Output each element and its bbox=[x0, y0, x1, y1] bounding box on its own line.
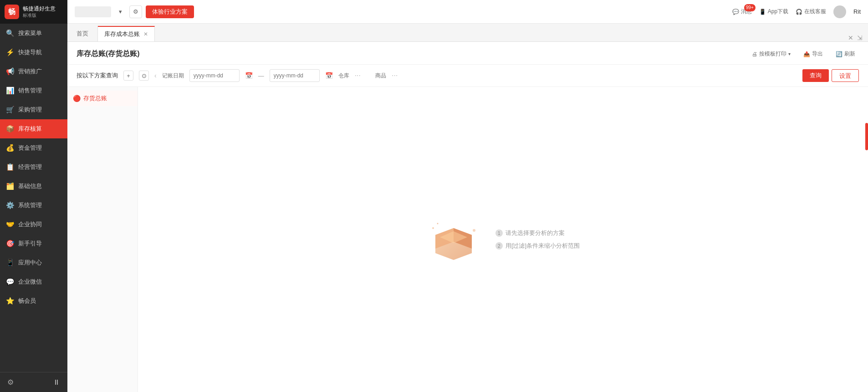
filter-right-actions: 查询 设置 bbox=[802, 69, 859, 82]
sidebar-item-app-center[interactable]: 📱 应用中心 bbox=[0, 253, 67, 272]
tab-home[interactable]: 首页 bbox=[67, 26, 98, 41]
sidebar-item-purchase[interactable]: 🛒 采购管理 bbox=[0, 100, 67, 119]
quick-nav-label: 快捷导航 bbox=[18, 48, 42, 56]
refresh-btn[interactable]: 🔄 刷新 bbox=[832, 48, 859, 60]
online-support-btn[interactable]: 🎧 在线客服 bbox=[796, 8, 826, 15]
export-label: 导出 bbox=[812, 50, 823, 58]
calendar-end-icon[interactable]: 📅 bbox=[325, 72, 333, 79]
goods-label: 商品 bbox=[375, 72, 386, 80]
user-avatar[interactable] bbox=[833, 5, 846, 18]
sidebar-menu: 🔍 搜索菜单 ⚡ 快捷导航 📢 营销推广 📊 销售管理 🛒 采购管理 📦 库存核… bbox=[0, 24, 67, 372]
inventory-icon: 📦 bbox=[5, 124, 15, 133]
tabbar: 首页库存成本总账✕ ✕ ⇲ bbox=[67, 24, 868, 42]
filter-collapse-arrow[interactable]: ‹ bbox=[154, 72, 157, 79]
sales-label: 销售管理 bbox=[18, 87, 42, 95]
query-btn[interactable]: 查询 bbox=[802, 69, 829, 82]
sidebar-item-system[interactable]: ⚙️ 系统管理 bbox=[0, 196, 67, 215]
topbar-settings-btn[interactable]: ⚙ bbox=[129, 5, 142, 18]
quick-nav-icon: ⚡ bbox=[5, 48, 15, 57]
sidebar-item-marketing[interactable]: 📢 营销推广 bbox=[0, 62, 67, 81]
operation-label: 经营管理 bbox=[18, 163, 42, 171]
settings-btn[interactable]: 设置 bbox=[832, 69, 859, 82]
scheme-sidebar: 🔴 存货总账 bbox=[67, 87, 138, 392]
page-title: 库存总账(存货总账) bbox=[77, 49, 140, 59]
sidebar-item-search-menu[interactable]: 🔍 搜索菜单 bbox=[0, 24, 67, 43]
topbar: ▾ ⚙ 体验行业方案 💬 消息 99+ 📱 App下载 🎧 在线客服 Rit bbox=[67, 0, 868, 24]
guide-icon: 🎯 bbox=[5, 239, 15, 248]
topbar-dropdown-icon[interactable]: ▾ bbox=[115, 6, 126, 17]
app-sub: 标准版 bbox=[23, 12, 56, 19]
export-icon: 📤 bbox=[803, 51, 810, 57]
date-start-input[interactable] bbox=[189, 69, 240, 82]
scheme-item-inventory[interactable]: 🔴 存货总账 bbox=[67, 91, 138, 106]
filter-add-btn[interactable]: + bbox=[123, 71, 133, 81]
tab-expand-icon[interactable]: ⇲ bbox=[857, 34, 863, 41]
tab-close-all-icon[interactable]: ✕ bbox=[848, 34, 853, 41]
print-label: 按模板打印 bbox=[759, 50, 786, 58]
inventory-label: 库存核算 bbox=[18, 125, 42, 133]
finance-icon: 💰 bbox=[5, 143, 15, 153]
sidebar-item-guide[interactable]: 🎯 新手引导 bbox=[0, 234, 67, 253]
app-center-icon: 📱 bbox=[5, 258, 15, 267]
collapse-icon[interactable]: ⏸ bbox=[53, 378, 60, 387]
sidebar-item-finance[interactable]: 💰 资金管理 bbox=[0, 138, 67, 158]
content-area: 库存总账(存货总账) 🖨 按模板打印 ▾ 📤 导出 🔄 刷新 bbox=[67, 42, 868, 392]
sidebar-item-quick-nav[interactable]: ⚡ 快捷导航 bbox=[0, 43, 67, 62]
empty-state: 1 请先选择要分析的方案 2 用[过滤]条件来缩小分析范围 bbox=[138, 87, 868, 392]
settings-icon[interactable]: ⚙ bbox=[7, 378, 14, 387]
svg-point-6 bbox=[437, 223, 438, 224]
page-actions: 🖨 按模板打印 ▾ 📤 导出 🔄 刷新 bbox=[748, 48, 859, 60]
headset-icon: 🎧 bbox=[796, 9, 802, 15]
topbar-placeholder bbox=[75, 6, 111, 17]
sidebar-item-basic[interactable]: 🗂️ 基础信息 bbox=[0, 177, 67, 196]
tab-close-inventory-ledger[interactable]: ✕ bbox=[143, 31, 148, 37]
search-menu-label: 搜索菜单 bbox=[18, 29, 42, 37]
industry-btn[interactable]: 体验行业方案 bbox=[146, 5, 194, 18]
system-icon: ⚙️ bbox=[5, 201, 15, 210]
online-support-label: 在线客服 bbox=[804, 8, 826, 15]
sidebar-item-sales[interactable]: 📊 销售管理 bbox=[0, 81, 67, 100]
date-end-input[interactable] bbox=[270, 69, 320, 82]
sales-icon: 📊 bbox=[5, 86, 15, 95]
topbar-right: 💬 消息 99+ 📱 App下载 🎧 在线客服 Rit bbox=[732, 5, 861, 18]
calendar-start-icon[interactable]: 📅 bbox=[245, 72, 253, 79]
export-btn[interactable]: 📤 导出 bbox=[800, 48, 827, 60]
member-icon: ⭐ bbox=[5, 296, 15, 305]
warehouse-more-btn[interactable]: ··· bbox=[355, 71, 361, 80]
finance-label: 资金管理 bbox=[18, 144, 42, 152]
tab-inventory-ledger[interactable]: 库存成本总账✕ bbox=[98, 26, 155, 41]
wechat-icon: 💬 bbox=[5, 277, 15, 286]
empty-illustration bbox=[426, 212, 481, 267]
filter-collapse-btn[interactable]: ⊙ bbox=[139, 71, 149, 81]
refresh-icon: 🔄 bbox=[836, 51, 842, 57]
sidebar-item-cooperation[interactable]: 🤝 企业协同 bbox=[0, 215, 67, 234]
marketing-icon: 📢 bbox=[5, 67, 15, 76]
sidebar-item-member[interactable]: ⭐ 畅会员 bbox=[0, 291, 67, 311]
cooperation-icon: 🤝 bbox=[5, 220, 15, 229]
scroll-indicator bbox=[865, 123, 868, 150]
message-btn[interactable]: 💬 消息 99+ bbox=[732, 8, 752, 15]
print-btn[interactable]: 🖨 按模板打印 ▾ bbox=[748, 48, 794, 60]
system-label: 系统管理 bbox=[18, 201, 42, 209]
sidebar-item-operation[interactable]: 📋 经营管理 bbox=[0, 158, 67, 177]
goods-more-btn[interactable]: ··· bbox=[392, 71, 398, 80]
cooperation-label: 企业协同 bbox=[18, 220, 42, 229]
purchase-icon: 🛒 bbox=[5, 105, 15, 114]
filter-wrapper: 按以下方案查询 + ⊙ ‹ 记账日期 📅 — 📅 仓库 ··· 商品 ··· 查 bbox=[67, 65, 868, 87]
logo-icon: 畅 bbox=[5, 5, 19, 19]
search-menu-icon: 🔍 bbox=[5, 29, 15, 38]
app-download-btn[interactable]: 📱 App下载 bbox=[759, 8, 788, 15]
app-center-label: 应用中心 bbox=[18, 259, 42, 267]
phone-icon: 📱 bbox=[759, 9, 766, 15]
sidebar-item-inventory[interactable]: 📦 库存核算 bbox=[0, 119, 67, 138]
user-name: Rit bbox=[853, 8, 861, 15]
refresh-label: 刷新 bbox=[844, 50, 855, 58]
tab-label-home: 首页 bbox=[77, 30, 88, 38]
sidebar-item-wechat[interactable]: 💬 企业微信 bbox=[0, 272, 67, 291]
sidebar: 畅 畅捷通好生意 标准版 🔍 搜索菜单 ⚡ 快捷导航 📢 营销推广 📊 销售管理… bbox=[0, 0, 67, 392]
main-content: 🔴 存货总账 bbox=[67, 87, 868, 392]
date-label: 记账日期 bbox=[162, 72, 184, 80]
wechat-label: 企业微信 bbox=[18, 278, 42, 286]
filter-conditions: 按以下方案查询 + ⊙ ‹ 记账日期 📅 — 📅 仓库 ··· 商品 ··· bbox=[77, 69, 802, 82]
main-area: ▾ ⚙ 体验行业方案 💬 消息 99+ 📱 App下载 🎧 在线客服 Rit 首… bbox=[67, 0, 868, 392]
